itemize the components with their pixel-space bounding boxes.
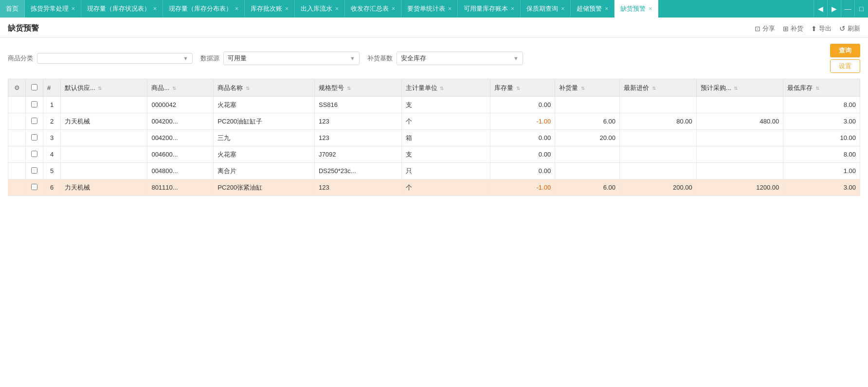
- row-num-1: 2: [43, 113, 61, 130]
- col-min-stock[interactable]: 最低库存 ⇅: [783, 79, 860, 97]
- select-all-checkbox[interactable]: [31, 84, 37, 90]
- sort-supplier-icon: ⇅: [98, 86, 102, 91]
- tab-close-4[interactable]: ×: [285, 5, 289, 12]
- share-action[interactable]: ⊡ 分享: [755, 24, 775, 33]
- col-replenish-qty[interactable]: 补货量 ⇅: [555, 79, 620, 97]
- sort-name-icon: ⇅: [246, 86, 250, 91]
- settings-button[interactable]: 设置: [830, 59, 860, 73]
- tab-close-11[interactable]: ×: [649, 5, 652, 12]
- col-settings-icon[interactable]: ⚙: [8, 79, 26, 97]
- row-check-5[interactable]: [31, 184, 37, 190]
- tab-item-2[interactable]: 现存量（库存状况表）×: [81, 0, 163, 18]
- row-min-stock-5: 3.00: [783, 179, 860, 196]
- row-latest-price-2: [620, 130, 697, 146]
- row-replenish-qty-1: 6.00: [555, 113, 620, 130]
- tab-item-4[interactable]: 库存批次账×: [245, 0, 295, 18]
- tab-maximize-button[interactable]: □: [854, 0, 868, 18]
- row-checkbox-1[interactable]: [26, 113, 43, 130]
- col-default-supplier[interactable]: 默认供应... ⇅: [61, 79, 147, 97]
- row-settings-3[interactable]: [8, 146, 26, 163]
- tab-item-3[interactable]: 现存量（库存分布表）×: [163, 0, 245, 18]
- row-code-1: 004200...: [147, 113, 214, 130]
- row-supplier-4: [61, 163, 147, 179]
- replenish-icon: ⊞: [783, 25, 789, 33]
- row-code-0: 0000042: [147, 97, 214, 113]
- table-container: ⚙ # 默认供应... ⇅ 商品... ⇅ 商品名称 ⇅ 规格型号 ⇅ 主计量单…: [0, 79, 868, 196]
- col-product-name[interactable]: 商品名称 ⇅: [214, 79, 315, 97]
- tab-minimize-button[interactable]: —: [841, 0, 854, 18]
- tab-item-0[interactable]: 首页: [0, 0, 25, 18]
- row-settings-2[interactable]: [8, 130, 26, 146]
- row-latest-price-5: 200.00: [620, 179, 697, 196]
- data-source-select[interactable]: 可用量 ▼: [223, 52, 360, 65]
- row-num-0: 1: [43, 97, 61, 113]
- export-action[interactable]: ⬆ 导出: [811, 24, 832, 33]
- tab-item-7[interactable]: 要货单统计表×: [401, 0, 458, 18]
- tab-item-1[interactable]: 拣货异常处理×: [25, 0, 81, 18]
- row-check-1[interactable]: [31, 118, 37, 124]
- tab-item-8[interactable]: 可用量库存账本×: [458, 0, 521, 18]
- replenish-base-group: 补货基数 安全库存 ▼: [367, 52, 523, 65]
- table-row: 2 力天机械 004200... PC200油缸缸子 123 个 -1.00 6…: [8, 113, 860, 130]
- tab-item-9[interactable]: 保质期查询×: [521, 0, 571, 18]
- tab-next-button[interactable]: ▶: [827, 0, 841, 18]
- row-checkbox-4[interactable]: [26, 163, 43, 179]
- refresh-action[interactable]: ↺ 刷新: [839, 24, 860, 33]
- row-supplier-1: 力天机械: [61, 113, 147, 130]
- row-stock-0: 0.00: [490, 97, 555, 113]
- row-num-3: 4: [43, 146, 61, 163]
- tab-close-3[interactable]: ×: [235, 5, 238, 12]
- col-stock[interactable]: 库存量 ⇅: [490, 79, 555, 97]
- row-settings-0[interactable]: [8, 97, 26, 113]
- col-spec[interactable]: 规格型号 ⇅: [314, 79, 401, 97]
- row-check-0[interactable]: [31, 101, 37, 107]
- tab-close-5[interactable]: ×: [335, 5, 339, 12]
- row-settings-5[interactable]: [8, 179, 26, 196]
- row-check-2[interactable]: [31, 134, 37, 141]
- product-category-select[interactable]: ▼: [37, 53, 193, 64]
- row-min-stock-4: 1.00: [783, 163, 860, 179]
- replenish-base-select[interactable]: 安全库存 ▼: [397, 52, 523, 65]
- tab-close-8[interactable]: ×: [511, 5, 514, 12]
- replenish-label: 补货: [791, 24, 803, 33]
- refresh-icon: ↺: [839, 24, 846, 33]
- tab-bar: 首页拣货异常处理×现存量（库存状况表）×现存量（库存分布表）×库存批次账×出入库…: [0, 0, 868, 18]
- tab-item-5[interactable]: 出入库流水×: [295, 0, 345, 18]
- row-replenish-qty-5: 6.00: [555, 179, 620, 196]
- row-check-4[interactable]: [31, 167, 37, 174]
- row-settings-1[interactable]: [8, 113, 26, 130]
- replenish-action[interactable]: ⊞ 补货: [783, 24, 803, 33]
- row-est-purchase-2: [696, 130, 783, 146]
- tab-close-7[interactable]: ×: [448, 5, 452, 12]
- tab-close-2[interactable]: ×: [153, 5, 157, 12]
- data-source-chevron-icon: ▼: [350, 55, 355, 61]
- row-unit-2: 箱: [401, 130, 490, 146]
- tab-close-1[interactable]: ×: [72, 5, 75, 12]
- col-est-purchase[interactable]: 预计采购... ⇅: [696, 79, 783, 97]
- row-checkbox-3[interactable]: [26, 146, 43, 163]
- row-stock-1: -1.00: [490, 113, 555, 130]
- row-checkbox-0[interactable]: [26, 97, 43, 113]
- table-row: 3 004200... 三九 123 箱 0.00 20.00 10.00: [8, 130, 860, 146]
- row-check-3[interactable]: [31, 151, 37, 157]
- col-unit[interactable]: 主计量单位 ⇅: [401, 79, 490, 97]
- tab-item-11[interactable]: 缺货预警×: [615, 0, 658, 18]
- row-stock-3: 0.00: [490, 146, 555, 163]
- tab-prev-button[interactable]: ◀: [814, 0, 827, 18]
- col-product-code[interactable]: 商品... ⇅: [147, 79, 214, 97]
- row-min-stock-0: 8.00: [783, 97, 860, 113]
- tab-close-10[interactable]: ×: [605, 5, 608, 12]
- row-spec-4: DS250*23c...: [314, 163, 401, 179]
- row-settings-4[interactable]: [8, 163, 26, 179]
- row-checkbox-5[interactable]: [26, 179, 43, 196]
- query-button[interactable]: 查询: [830, 44, 860, 57]
- col-latest-price[interactable]: 最新进价 ⇅: [620, 79, 697, 97]
- row-checkbox-2[interactable]: [26, 130, 43, 146]
- tab-close-6[interactable]: ×: [392, 5, 395, 12]
- main-table: ⚙ # 默认供应... ⇅ 商品... ⇅ 商品名称 ⇅ 规格型号 ⇅ 主计量单…: [8, 79, 860, 196]
- tab-item-6[interactable]: 收发存汇总表×: [345, 0, 401, 18]
- col-num: #: [43, 79, 61, 97]
- row-spec-2: 123: [314, 130, 401, 146]
- tab-close-9[interactable]: ×: [561, 5, 564, 12]
- tab-item-10[interactable]: 超储预警×: [571, 0, 615, 18]
